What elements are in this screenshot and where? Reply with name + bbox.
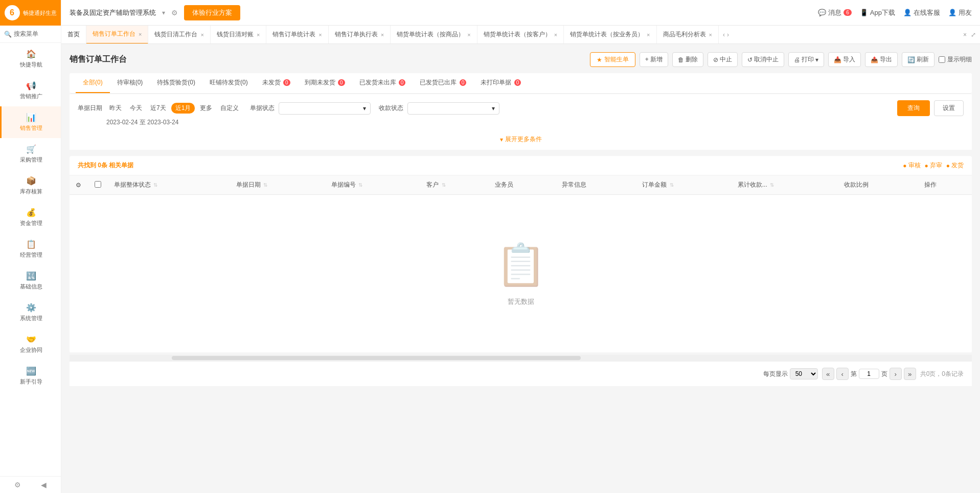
export-btn[interactable]: 📤 导出 <box>865 52 898 67</box>
payment-select[interactable]: ▾ <box>407 102 499 115</box>
tab-cash-daily[interactable]: 钱货日清工作台 × <box>148 26 210 44</box>
message-btn[interactable]: 💬 消息 6 <box>818 8 852 17</box>
tab-margin[interactable]: 商品毛利分析表 × <box>657 26 719 44</box>
th-checkbox <box>87 175 108 195</box>
stop-btn[interactable]: ⊘ 中止 <box>708 52 738 67</box>
tab-sales-exec-close[interactable]: × <box>381 32 384 38</box>
app-download-label: App下载 <box>870 8 895 17</box>
tab-margin-close[interactable]: × <box>709 32 712 38</box>
review-btn[interactable]: ● 审核 <box>903 161 920 170</box>
select-all-checkbox[interactable] <box>95 181 101 188</box>
tab-sales-exec[interactable]: 销售订单执行表 × <box>329 26 391 44</box>
tab-sales-stat[interactable]: 销售订单统计表 × <box>266 26 328 44</box>
show-detail-checkbox[interactable] <box>939 56 945 63</box>
filter-tab-shipped-not-out[interactable]: 已发货未出库 0 <box>352 73 413 93</box>
sidebar-item-basic-info[interactable]: 🔣 基础信息 <box>0 265 61 297</box>
not-shipped-badge: 0 <box>283 79 290 86</box>
filter-tab-pending-inspect[interactable]: 待拣货验货(0) <box>150 73 202 93</box>
import-btn[interactable]: 📥 导入 <box>828 52 861 67</box>
sidebar-item-sales[interactable]: 📊 销售管理 <box>0 106 61 138</box>
app-download-btn[interactable]: 📱 App下载 <box>860 8 895 17</box>
sidebar-item-inventory[interactable]: 📦 库存核算 <box>0 170 61 201</box>
tab-sales-workbench-close[interactable]: × <box>139 31 142 37</box>
add-btn[interactable]: + 新增 <box>640 52 668 67</box>
sort-amount-icon[interactable]: ⇅ <box>670 182 674 188</box>
show-detail-checkbox-label[interactable]: 显示明细 <box>939 55 972 64</box>
sidebar-collapse-btn[interactable]: ◀ <box>41 481 47 489</box>
sidebar-search[interactable]: 🔍 搜索菜单 <box>0 26 61 43</box>
date-more-btn[interactable]: 更多 <box>197 103 215 114</box>
page-size-selector: 每页显示 50 10 20 100 <box>763 368 818 379</box>
tab-sales-staff-close[interactable]: × <box>647 32 650 38</box>
search-btn[interactable]: 查询 <box>897 100 930 116</box>
tab-expand-icon[interactable]: ⤢ <box>971 31 976 38</box>
settings-icon[interactable]: ⚙ <box>76 182 81 189</box>
filter-tab-expired[interactable]: 到期未发货 0 <box>298 73 352 93</box>
tab-sales-product-close[interactable]: × <box>467 32 470 38</box>
cancel-stop-btn[interactable]: ↺ 取消中止 <box>742 52 784 67</box>
filter-tab-not-shipped[interactable]: 未发货 0 <box>255 73 298 93</box>
page-first-btn[interactable]: « <box>822 368 834 380</box>
filter-tab-shipped-out[interactable]: 已发货已出库 0 <box>413 73 473 93</box>
sidebar-item-guide[interactable]: 🆕 新手引导 <box>0 360 61 392</box>
date-yesterday-btn[interactable]: 昨天 <box>106 103 125 114</box>
cancel-review-btn[interactable]: ● 弃审 <box>925 161 942 170</box>
tab-cash-reconcile[interactable]: 钱货日清对账 × <box>211 26 266 44</box>
filter-tab-all[interactable]: 全部(0) <box>76 73 110 93</box>
sidebar-item-marketing[interactable]: 📢 营销推广 <box>0 75 61 106</box>
delete-label: 删除 <box>686 55 698 64</box>
status-select[interactable]: ▾ <box>279 102 371 115</box>
user-btn[interactable]: 👤 用友 <box>948 8 972 17</box>
tab-prev-icon[interactable]: ‹ <box>723 31 725 38</box>
sidebar-item-system[interactable]: ⚙️ 系统管理 <box>0 297 61 328</box>
refresh-btn[interactable]: 🔄 刷新 <box>902 52 935 67</box>
page-prev-btn[interactable]: ‹ <box>836 368 849 380</box>
sort-status-icon[interactable]: ⇅ <box>153 182 157 188</box>
sidebar-settings-btn[interactable]: ⚙ <box>14 481 21 489</box>
horizontal-scrollbar[interactable] <box>70 355 972 361</box>
delete-btn[interactable]: 🗑 删除 <box>672 52 703 67</box>
system-dropdown-icon[interactable]: ▾ <box>162 9 165 16</box>
sort-number-icon[interactable]: ⇅ <box>358 182 362 188</box>
page-last-btn[interactable]: » <box>904 368 916 380</box>
sidebar-item-enterprise[interactable]: 🤝 企业协同 <box>0 328 61 360</box>
tab-close-all-icon[interactable]: × <box>963 31 967 38</box>
page-next-btn[interactable]: › <box>890 368 902 380</box>
sidebar-item-finance[interactable]: 💰 资金管理 <box>0 201 61 233</box>
tab-home[interactable]: 首页 <box>61 26 86 44</box>
sidebar-item-quick-nav[interactable]: 🏠 快捷导航 <box>0 43 61 75</box>
filter-tab-pending-review[interactable]: 待审核(0) <box>110 73 150 93</box>
smart-generate-btn[interactable]: ★ 智能生单 <box>590 52 635 67</box>
date-1month-btn[interactable]: 近1月 <box>171 103 195 114</box>
industry-btn[interactable]: 体验行业方案 <box>184 5 240 20</box>
sort-collected-icon[interactable]: ⇅ <box>770 182 774 188</box>
tab-sales-product[interactable]: 销货单统计表（按商品） × <box>391 26 477 44</box>
system-settings-icon[interactable]: ⚙ <box>171 9 178 17</box>
filter-tab-not-printed[interactable]: 未打印单据 0 <box>473 73 528 93</box>
tab-sales-stat-close[interactable]: × <box>318 32 322 38</box>
ops-icon: 📋 <box>26 239 36 249</box>
sort-customer-icon[interactable]: ⇅ <box>442 182 446 188</box>
ship-btn[interactable]: ● 发货 <box>946 161 964 170</box>
sidebar-item-purchase[interactable]: 🛒 采购管理 <box>0 138 61 170</box>
tab-next-icon[interactable]: › <box>727 31 729 38</box>
page-input[interactable] <box>859 369 879 379</box>
filter-tab-wangpu[interactable]: 旺铺待发货(0) <box>202 73 255 93</box>
download-icon: 📱 <box>860 9 868 16</box>
setting-btn[interactable]: 设置 <box>934 100 964 116</box>
expand-conditions-btn[interactable]: ▾ 展开更多条件 <box>500 131 542 144</box>
date-7days-btn[interactable]: 近7天 <box>147 103 169 114</box>
tab-cash-reconcile-close[interactable]: × <box>257 32 260 38</box>
sort-date-icon[interactable]: ⇅ <box>263 182 267 188</box>
tab-sales-staff[interactable]: 销货单统计表（按业务员） × <box>564 26 656 44</box>
tab-sales-customer-close[interactable]: × <box>554 32 557 38</box>
page-size-select[interactable]: 50 10 20 100 <box>790 368 818 379</box>
tab-sales-workbench[interactable]: 销售订单工作台 × <box>86 26 148 44</box>
print-btn[interactable]: 🖨 打印 ▾ <box>788 52 824 67</box>
tab-sales-customer[interactable]: 销货单统计表（按客户） × <box>477 26 564 44</box>
date-custom-btn[interactable]: 自定义 <box>217 103 242 114</box>
tab-cash-daily-close[interactable]: × <box>200 32 203 38</box>
date-today-btn[interactable]: 今天 <box>127 103 145 114</box>
sidebar-item-operations[interactable]: 📋 经营管理 <box>0 233 61 265</box>
online-service-btn[interactable]: 👤 在线客服 <box>903 8 940 17</box>
